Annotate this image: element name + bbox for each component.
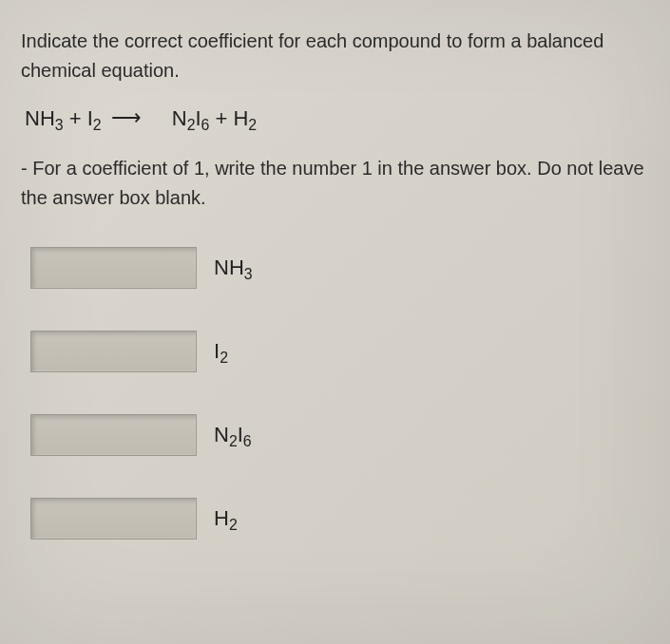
instruction-line-1: - For a coefficient of 1, write the numb… bbox=[21, 158, 644, 179]
answer-row: I2 bbox=[30, 331, 649, 372]
prompt-line-2: chemical equation. bbox=[21, 60, 180, 81]
instruction-line-2: the answer box blank. bbox=[21, 187, 206, 208]
answer-row: NH3 bbox=[30, 247, 649, 289]
reaction-arrow-icon: ⟶ bbox=[111, 105, 142, 130]
coefficient-input-nh3[interactable] bbox=[30, 247, 197, 289]
prompt-line-1: Indicate the correct coefficient for eac… bbox=[21, 30, 603, 51]
product-2: H2 bbox=[233, 106, 257, 131]
coefficient-input-n2i6[interactable] bbox=[30, 414, 197, 456]
product-1: N2I6 bbox=[172, 106, 210, 131]
reactant-2: I2 bbox=[87, 106, 102, 131]
chemical-equation: NH3 + I2 ⟶N2I6 + H2 bbox=[21, 106, 649, 131]
coefficient-input-i2[interactable] bbox=[30, 331, 197, 372]
reactant-1: NH3 bbox=[25, 106, 64, 131]
compound-label-nh3: NH3 bbox=[214, 256, 253, 280]
compound-label-i2: I2 bbox=[214, 339, 228, 364]
answer-list: NH3 I2 N2I6 H2 bbox=[21, 247, 649, 540]
question-page: Indicate the correct coefficient for eac… bbox=[0, 0, 670, 644]
instruction-text: - For a coefficient of 1, write the numb… bbox=[21, 154, 649, 213]
question-prompt: Indicate the correct coefficient for eac… bbox=[21, 27, 649, 85]
compound-label-h2: H2 bbox=[214, 506, 238, 531]
compound-label-n2i6: N2I6 bbox=[214, 423, 252, 447]
answer-row: H2 bbox=[30, 498, 649, 540]
coefficient-input-h2[interactable] bbox=[30, 498, 197, 540]
answer-row: N2I6 bbox=[30, 414, 649, 456]
